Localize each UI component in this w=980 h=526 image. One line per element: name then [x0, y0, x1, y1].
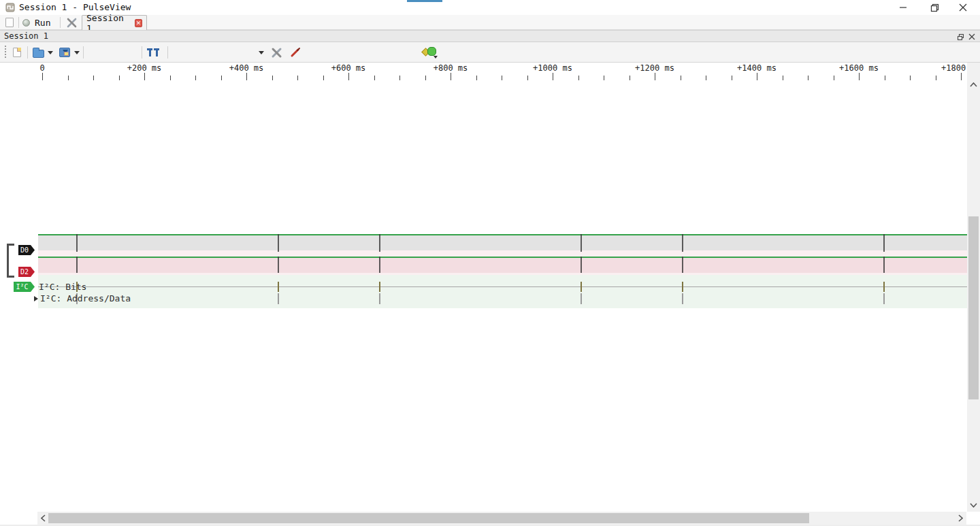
ruler-label: +600 ms — [331, 63, 366, 73]
configure-device-button[interactable] — [270, 46, 283, 59]
save-button[interactable] — [57, 46, 72, 59]
show-sampling-points-button[interactable] — [146, 48, 160, 56]
signal-edge — [278, 234, 279, 252]
channels-button[interactable] — [289, 46, 302, 59]
ruler-tick — [272, 76, 273, 80]
open-dropdown-button[interactable] — [48, 51, 53, 54]
dock-close-button[interactable] — [967, 32, 977, 42]
ruler-tick — [859, 73, 860, 80]
channel-tag-label: D2 — [20, 268, 29, 276]
trace-d2[interactable] — [38, 257, 967, 273]
scroll-down-button[interactable] — [967, 499, 980, 510]
signal-edge — [682, 234, 683, 252]
dock-float-button[interactable] — [956, 32, 965, 42]
close-button[interactable] — [951, 0, 975, 15]
ruler-label: +1800 ms — [941, 63, 967, 73]
channel-group-bracket[interactable] — [7, 244, 14, 278]
signal-edge — [278, 257, 279, 273]
ruler-tick — [195, 76, 196, 80]
dock-title-bar: Session 1 — [0, 30, 980, 42]
signal-edge — [581, 234, 582, 252]
ruler-tick — [553, 73, 553, 80]
scroll-right-button[interactable] — [955, 512, 966, 525]
new-session-icon — [5, 18, 14, 27]
tab-close-button[interactable]: ✕ — [135, 19, 142, 27]
toolbar-drag-handle[interactable] — [5, 46, 6, 59]
title-bar: Session 1 - PulseView — [0, 0, 980, 15]
decoder-trace-background — [38, 275, 967, 308]
channel-tag-i2c[interactable]: I²C — [14, 282, 35, 292]
save-dropdown-button[interactable] — [74, 51, 80, 54]
signal-edge — [883, 234, 885, 252]
ruler-tick — [170, 76, 171, 80]
ruler-tick — [68, 76, 69, 80]
ruler-label: +1400 ms — [737, 63, 777, 73]
horizontal-scrollbar-thumb[interactable] — [48, 513, 809, 523]
separator — [167, 46, 168, 59]
separator — [27, 46, 28, 59]
decoder-dropdown-button[interactable] — [434, 56, 438, 59]
channel-tag-d2[interactable]: D2 — [18, 267, 35, 277]
session-tab[interactable]: Session 1 ✕ — [82, 15, 147, 30]
vertical-scrollbar[interactable] — [967, 63, 980, 512]
signal-edge — [379, 234, 380, 252]
new-session-button[interactable] — [3, 17, 16, 28]
vertical-scrollbar-thumb[interactable] — [968, 216, 979, 399]
ruler-tick — [246, 73, 247, 80]
channel-tag-label: I²C — [16, 283, 28, 291]
pulse-icon — [147, 48, 152, 56]
decoder-bits-row-line — [38, 286, 967, 287]
ruler-tick — [348, 73, 349, 80]
ruler-tick — [502, 76, 502, 80]
ruler-label: +800 ms — [434, 63, 468, 73]
signal-edge — [581, 293, 582, 304]
signal-edge — [682, 257, 683, 273]
minimize-button[interactable] — [892, 0, 915, 15]
new-view-icon — [13, 48, 21, 57]
ruler-tick — [476, 76, 477, 80]
session-toolbar: + − sigrok FX2 LA (8ch) 1 M samples — [0, 42, 980, 63]
ruler-tick — [910, 76, 911, 80]
ruler-label: 0 — [39, 63, 44, 73]
ruler-tick — [119, 76, 120, 80]
signal-edge — [379, 293, 380, 304]
ruler-tick — [961, 73, 962, 80]
decoder-row-label-bits[interactable]: I²C: Bits — [39, 282, 86, 292]
pulseview-window: Session 1 - PulseView Run — [0, 0, 980, 526]
run-button[interactable]: Run — [22, 16, 50, 29]
signal-edge — [76, 234, 78, 252]
separator — [18, 17, 19, 28]
trace-d0[interactable] — [38, 234, 967, 252]
pulse-icon — [154, 48, 159, 56]
ruler-tick — [630, 76, 630, 80]
ruler-tick — [681, 76, 681, 80]
trace-view[interactable]: I²C: Bits I²C: Address/Data D0 D2 I²C — [0, 80, 967, 512]
ruler-tick — [706, 76, 706, 80]
time-ruler[interactable]: 0+200 ms+400 ms+600 ms+800 ms+1000 ms+12… — [0, 63, 967, 80]
ruler-label: +200 ms — [127, 63, 162, 73]
horizontal-scrollbar[interactable] — [37, 512, 966, 525]
scroll-up-button[interactable] — [967, 79, 980, 90]
restore-button[interactable] — [923, 0, 946, 15]
ruler-tick — [808, 76, 808, 80]
ruler-tick — [885, 76, 885, 80]
scroll-left-button[interactable] — [37, 512, 48, 525]
ruler-label: +400 ms — [229, 63, 264, 73]
open-button[interactable] — [31, 46, 46, 59]
channel-tag-d0[interactable]: D0 — [18, 245, 35, 255]
device-dropdown-arrow[interactable] — [259, 51, 264, 54]
ruler-tick — [42, 73, 43, 80]
new-view-button[interactable] — [10, 46, 24, 59]
decoder-row-label-address-data[interactable]: I²C: Address/Data — [40, 293, 131, 303]
probe-icon — [290, 47, 301, 58]
accent-strip — [407, 0, 442, 2]
ruler-tick — [323, 76, 324, 80]
expand-arrow-icon[interactable] — [34, 296, 38, 301]
channel-tag-label: D0 — [20, 246, 29, 254]
ruler-tick — [93, 76, 94, 80]
ruler-tick — [757, 73, 757, 80]
window-title: Session 1 - PulseView — [19, 2, 131, 12]
signal-edge — [379, 257, 380, 273]
chevron-down-icon — [74, 51, 80, 54]
settings-button[interactable] — [65, 17, 78, 28]
